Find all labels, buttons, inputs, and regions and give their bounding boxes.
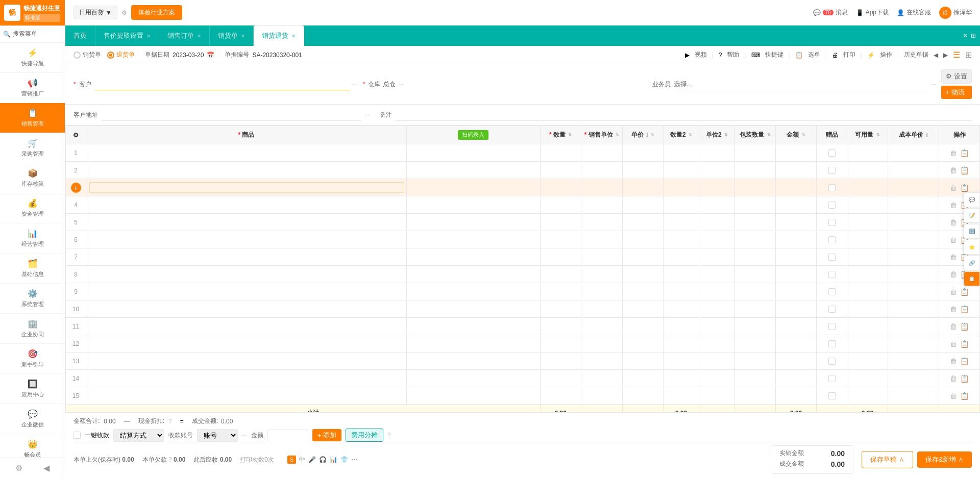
fee-split-btn[interactable]: 费用分摊 <box>346 429 383 442</box>
price-info-icon[interactable]: ℹ <box>646 132 648 138</box>
row-2-cost[interactable] <box>888 162 939 179</box>
delete-icon[interactable]: 🗑 <box>950 253 957 261</box>
table-gear-icon[interactable]: ⚙ <box>73 132 79 139</box>
collapse-icon[interactable]: ◀ <box>43 463 50 473</box>
one-click-collect-checkbox[interactable] <box>74 432 81 439</box>
calendar-icon[interactable]: 📅 <box>207 52 214 59</box>
salesman-input[interactable] <box>674 78 928 90</box>
gift-checkbox[interactable] <box>828 306 836 313</box>
copy-icon[interactable]: 📋 <box>960 288 969 296</box>
next-icon[interactable]: ▶ <box>943 52 948 59</box>
row-3-gift[interactable] <box>817 179 847 196</box>
row-3-pkg[interactable] <box>735 179 776 196</box>
warehouse-dots[interactable]: ··· <box>399 81 404 88</box>
row-1-unit2[interactable] <box>699 144 735 162</box>
delete-icon[interactable]: 🗑 <box>950 340 957 348</box>
sidebar-item-operation[interactable]: 📊 经营管理 <box>0 223 65 254</box>
tab-sales-order[interactable]: 销售订单 ✕ <box>159 26 210 46</box>
row-2-pkg[interactable] <box>735 162 776 179</box>
row-1-unit[interactable] <box>581 144 622 162</box>
demo-btn[interactable]: 体验行业方案 <box>131 5 182 20</box>
gift-checkbox[interactable] <box>828 254 836 261</box>
gift-checkbox[interactable] <box>828 271 836 278</box>
gift-checkbox-1[interactable] <box>828 149 836 157</box>
row-1-qty[interactable] <box>540 144 581 162</box>
select-label[interactable]: 选单 <box>808 51 820 59</box>
copy-icon[interactable]: 📋 <box>960 374 969 383</box>
headset-icon[interactable]: 🎧 <box>319 456 327 463</box>
amount-input[interactable] <box>267 430 308 441</box>
row-3-qty2[interactable] <box>664 179 699 196</box>
fee-help-icon[interactable]: ? <box>387 432 391 439</box>
copy-icon[interactable]: 📋 <box>960 340 969 348</box>
sidebar-item-purchase[interactable]: 🛒 采购管理 <box>0 133 65 163</box>
row-2-amount[interactable] <box>776 162 817 179</box>
online-service-item[interactable]: 👤 在线客服 <box>897 8 931 17</box>
info-icon-credit[interactable]: ? <box>168 456 172 463</box>
gift-checkbox[interactable] <box>828 219 836 226</box>
close-tab-icon[interactable]: ✕ <box>963 32 968 39</box>
row-3-product[interactable] <box>86 179 407 196</box>
gift-checkbox[interactable] <box>828 340 836 347</box>
list-view-icon[interactable]: ☰ <box>953 50 960 60</box>
add-payment-btn[interactable]: + 添加 <box>312 429 341 441</box>
prev-icon[interactable]: ◀ <box>934 52 938 59</box>
row-1-product[interactable] <box>86 144 407 162</box>
sidebar-item-member[interactable]: 👑 畅会员 <box>0 434 65 458</box>
sidebar-item-system[interactable]: ⚙️ 系统管理 <box>0 284 65 314</box>
address-dots[interactable]: ··· <box>364 111 370 118</box>
delete-icon-1[interactable]: 🗑 <box>950 149 957 157</box>
history-label[interactable]: 历史单据 <box>904 51 928 59</box>
account-dots[interactable]: ··· <box>242 432 247 439</box>
copy-icon-2[interactable]: 📋 <box>960 166 969 174</box>
delete-icon[interactable]: 🗑 <box>950 236 957 244</box>
copy-icon[interactable]: 📋 <box>960 322 969 331</box>
copy-icon-3[interactable]: 📋 <box>960 184 969 192</box>
shortcut-keys-label[interactable]: 快捷键 <box>765 51 783 59</box>
row-1-amount[interactable] <box>776 144 817 162</box>
tab-price-settings-close[interactable]: ✕ <box>146 33 151 39</box>
more-icon[interactable]: ⋯ <box>351 456 357 463</box>
delete-icon[interactable]: 🗑 <box>950 305 957 313</box>
tshirt-icon[interactable]: 👕 <box>340 456 348 463</box>
gift-checkbox[interactable] <box>828 392 836 399</box>
gift-checkbox-3[interactable] <box>828 184 836 191</box>
row-3-cost[interactable] <box>888 179 939 196</box>
customer-input[interactable] <box>94 78 350 90</box>
delete-icon[interactable]: 🗑 <box>950 201 957 209</box>
save-draft-btn[interactable]: 保存草稿 ∧ <box>862 451 913 468</box>
maximize-icon[interactable]: ⊞ <box>971 32 976 39</box>
sidebar-item-inventory[interactable]: 📦 库存核算 <box>0 163 65 193</box>
date-value[interactable]: 2023-03-20 <box>173 52 204 59</box>
row-num-3[interactable]: + <box>66 179 86 196</box>
sidebar-item-marketing[interactable]: 📢 营销推广 <box>0 73 65 103</box>
row-2-avail[interactable] <box>847 162 888 179</box>
tab-home[interactable]: 首页 <box>65 26 95 46</box>
industry-dropdown[interactable]: 日用百货 ▼ <box>74 6 117 19</box>
gift-checkbox[interactable] <box>828 358 836 365</box>
gift-checkbox[interactable] <box>828 375 836 382</box>
save-new-btn[interactable]: 保存&新增 ∧ <box>917 451 972 468</box>
s-icon[interactable]: S <box>287 456 296 464</box>
help-label[interactable]: 帮助 <box>727 51 739 59</box>
logistics-btn[interactable]: + 物流 <box>941 86 972 99</box>
row-1-gift[interactable] <box>817 144 847 162</box>
discount-info-icon[interactable]: ? <box>168 418 172 425</box>
row-2-price[interactable] <box>623 162 664 179</box>
row-3-unit2[interactable] <box>699 179 735 196</box>
row-1-cost[interactable] <box>888 144 939 162</box>
table-icon[interactable]: 📊 <box>330 456 337 463</box>
sidebar-item-basic[interactable]: 🗂️ 基础信息 <box>0 254 65 284</box>
scan-input-btn[interactable]: 扫码录入 <box>458 130 488 140</box>
float-btn-calc[interactable]: 🔢 <box>964 224 980 239</box>
remark-input[interactable] <box>395 109 972 121</box>
user-item[interactable]: 徐 徐泽华 <box>939 7 972 19</box>
copy-icon[interactable]: 📋 <box>960 392 969 400</box>
tab-sales-delivery-close[interactable]: ✕ <box>241 33 245 39</box>
account-select[interactable]: 账号 <box>197 429 238 442</box>
copy-icon-1[interactable]: 📋 <box>960 149 969 157</box>
gift-checkbox[interactable] <box>828 202 836 209</box>
app-download-item[interactable]: 📱 App下载 <box>856 8 889 17</box>
th-scan[interactable]: 扫码录入 <box>406 126 540 144</box>
th-gear[interactable]: ⚙ <box>66 126 86 144</box>
